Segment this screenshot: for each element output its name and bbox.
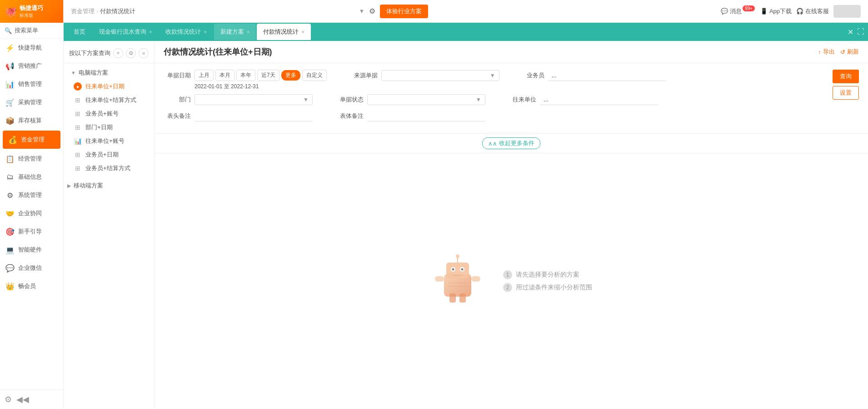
collapse-panel-btn[interactable]: « bbox=[139, 48, 149, 58]
mobile-scheme-group-title[interactable]: ▶ 移动端方案 bbox=[64, 179, 154, 192]
custom-date-btn[interactable]: 自定义 bbox=[302, 70, 327, 81]
topbar: 资金管理 › 付款情况统计 ▼ ⚙ 体验行业方案 💬 消息 99+ 📱 App下… bbox=[64, 0, 868, 23]
status-label: 单据状态 bbox=[340, 96, 364, 104]
tab-payment-stat[interactable]: 付款情况统计 × bbox=[257, 24, 310, 40]
tab-receipt-stat-close[interactable]: × bbox=[204, 29, 206, 35]
sidebar-footer: ⚙ ◀◀ bbox=[0, 389, 63, 409]
pc-scheme-group-title[interactable]: ▼ 电脑端方案 bbox=[67, 66, 150, 80]
tab-bank-flow[interactable]: 现金银行流水查询 × bbox=[93, 24, 158, 40]
message-action[interactable]: 💬 消息 99+ bbox=[721, 7, 756, 15]
tab-receipt-stat[interactable]: 收款情况统计 × bbox=[159, 24, 213, 40]
page-header: 付款情况统计(往来单位+日期) ↑ 导出 ↺ 刷新 bbox=[155, 41, 868, 63]
breadcrumb-text: 资金管理 bbox=[71, 7, 95, 15]
sidebar-item-label: 经营管理 bbox=[18, 155, 42, 163]
wechat-icon: 💬 bbox=[5, 263, 15, 273]
sidebar-item-wechat[interactable]: 💬 企业微信 bbox=[0, 259, 63, 277]
mobile-scheme-group: ▶ 移动端方案 bbox=[64, 179, 154, 192]
topbar-settings-icon[interactable]: ⚙ bbox=[369, 7, 375, 15]
topbar-chevron-icon[interactable]: ▼ bbox=[359, 8, 365, 15]
export-icon: ↑ bbox=[818, 49, 822, 56]
service-icon: 🎧 bbox=[796, 8, 803, 15]
sidebar-header: 🐙 畅捷通巧 标准版 bbox=[0, 0, 63, 23]
sidebar-item-label: 智能硬件 bbox=[18, 246, 42, 254]
chevron-down-icon: ▼ bbox=[71, 70, 76, 76]
staff-label: 业务员 bbox=[527, 71, 544, 80]
chevron-right-icon: ▶ bbox=[67, 183, 71, 189]
last-month-btn[interactable]: 上月 bbox=[195, 70, 214, 81]
sidebar-item-hardware[interactable]: 💻 智能硬件 bbox=[0, 241, 63, 259]
more-date-btn[interactable]: 更多 bbox=[281, 70, 300, 81]
page-title: 付款情况统计(往来单位+日期) bbox=[164, 46, 272, 57]
scheme-unit-account-label: 往来单位+账号 bbox=[85, 137, 125, 145]
partner-input[interactable] bbox=[540, 94, 658, 105]
scheme-staff-date[interactable]: ⊞ 业务员+日期 bbox=[67, 148, 150, 162]
status-chevron-icon: ▼ bbox=[476, 96, 481, 103]
expand-icon[interactable]: ⛶ bbox=[857, 28, 864, 36]
scheme-table3-icon: ⊞ bbox=[74, 123, 82, 131]
close-all-icon[interactable]: ✕ bbox=[848, 28, 853, 36]
scheme-dept-date[interactable]: ⊞ 部门+日期 bbox=[67, 121, 150, 134]
export-btn[interactable]: ↑ 导出 bbox=[818, 48, 835, 56]
header-note-input[interactable] bbox=[195, 111, 313, 121]
sidebar-item-basic[interactable]: 🗂 基础信息 bbox=[0, 168, 63, 186]
search-menu-item[interactable]: 🔍 搜索菜单 bbox=[0, 23, 63, 39]
message-icon: 💬 bbox=[721, 8, 728, 15]
settings-btn[interactable]: 设置 bbox=[833, 86, 859, 100]
left-panel-icons: + ⚙ « bbox=[113, 48, 149, 58]
scheme-unit-settle[interactable]: ⊞ 往来单位+结算方式 bbox=[67, 93, 150, 107]
collapse-conditions-btn[interactable]: ∧∧ 收起更多条件 bbox=[482, 137, 540, 149]
try-industry-btn[interactable]: 体验行业方案 bbox=[380, 5, 428, 18]
tab-bank-flow-close[interactable]: × bbox=[149, 29, 152, 35]
sidebar-item-guide[interactable]: 🎯 新手引导 bbox=[0, 222, 63, 241]
current-year-btn[interactable]: 本年 bbox=[236, 70, 255, 81]
sidebar-item-cooperation[interactable]: 🤝 企业协同 bbox=[0, 204, 63, 222]
scheme-staff-settle[interactable]: ⊞ 业务员+结算方式 bbox=[67, 162, 150, 175]
query-btn[interactable]: 查询 bbox=[833, 70, 859, 83]
status-filter-item: 单据状态 ▼ bbox=[340, 94, 485, 105]
sidebar-item-operations[interactable]: 📋 经营管理 bbox=[0, 150, 63, 168]
collapse-sidebar-btn[interactable]: ◀◀ bbox=[16, 394, 29, 404]
scheme-staff-account[interactable]: ⊞ 业务员+账号 bbox=[67, 107, 150, 121]
tab-new-scheme-close[interactable]: × bbox=[247, 29, 249, 35]
scheme-unit-account[interactable]: 📊 往来单位+账号 bbox=[67, 134, 150, 148]
sidebar-item-marketing[interactable]: 📢 营销推广 bbox=[0, 57, 63, 75]
scheme-unit-date[interactable]: ● 往来单位+日期 bbox=[67, 80, 150, 93]
add-scheme-btn[interactable]: + bbox=[113, 48, 123, 58]
header-note-filter-item: 表头备注 bbox=[164, 111, 313, 121]
sidebar-item-inventory[interactable]: 📦 库存核算 bbox=[0, 111, 63, 130]
version-text: 标准版 bbox=[20, 12, 43, 19]
sidebar-item-finance[interactable]: 💰 资金管理 bbox=[3, 131, 60, 149]
dept-label: 部门 bbox=[164, 96, 191, 104]
tab-new-scheme[interactable]: 新建方案 × bbox=[214, 24, 256, 40]
sidebar-item-system[interactable]: ⚙ 系统管理 bbox=[0, 186, 63, 204]
last-7days-btn[interactable]: 近7天 bbox=[257, 70, 279, 81]
refresh-btn[interactable]: ↺ 刷新 bbox=[840, 48, 859, 56]
source-select[interactable]: ▼ bbox=[381, 70, 499, 81]
current-month-btn[interactable]: 本月 bbox=[215, 70, 234, 81]
app-download-label: App下载 bbox=[769, 7, 792, 15]
scheme-settings-btn[interactable]: ⚙ bbox=[126, 48, 136, 58]
body-note-input[interactable] bbox=[367, 111, 485, 121]
tab-home[interactable]: 首页 bbox=[67, 24, 92, 40]
sidebar-item-label: 企业协同 bbox=[18, 209, 42, 217]
dept-select[interactable]: ▼ bbox=[195, 94, 313, 105]
sidebar-item-quick-nav[interactable]: ⚡ 快捷导航 bbox=[0, 39, 63, 57]
right-content: 付款情况统计(往来单位+日期) ↑ 导出 ↺ 刷新 bbox=[155, 41, 868, 409]
status-select[interactable]: ▼ bbox=[367, 94, 485, 105]
tab-payment-stat-close[interactable]: × bbox=[301, 29, 304, 35]
app-download-action[interactable]: 📱 App下载 bbox=[760, 7, 792, 15]
main-area: 资金管理 › 付款情况统计 ▼ ⚙ 体验行业方案 💬 消息 99+ 📱 App下… bbox=[64, 0, 868, 409]
settings-footer-btn[interactable]: ⚙ bbox=[5, 394, 12, 404]
user-avatar[interactable] bbox=[833, 5, 861, 18]
sidebar-item-member[interactable]: 👑 畅会员 bbox=[0, 277, 63, 295]
sidebar-item-sales[interactable]: 📊 销售管理 bbox=[0, 75, 63, 93]
sidebar-item-label: 资金管理 bbox=[21, 136, 45, 144]
sidebar-item-purchase[interactable]: 🛒 采购管理 bbox=[0, 93, 63, 111]
left-panel-header: 按以下方案查询 + ⚙ « bbox=[64, 45, 154, 63]
online-service-action[interactable]: 🎧 在线客服 bbox=[796, 7, 829, 15]
svg-rect-1 bbox=[446, 263, 469, 278]
scheme-circle-icon: ● bbox=[74, 82, 82, 91]
svg-point-5 bbox=[461, 268, 464, 270]
staff-input[interactable] bbox=[548, 70, 666, 81]
tip-num-1: 1 bbox=[503, 270, 512, 279]
